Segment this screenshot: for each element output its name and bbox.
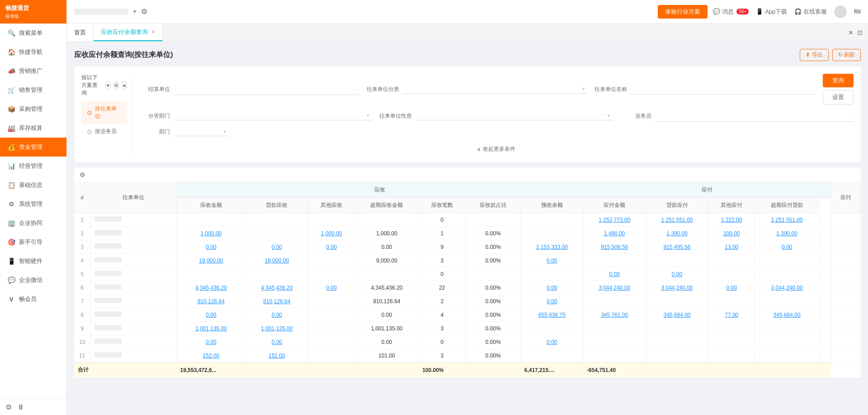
filter-nav-by-staff[interactable]: ⊙ 按业务员 xyxy=(81,124,127,139)
filter-settings-btn[interactable]: 设置 xyxy=(823,90,854,105)
sidebar-item-finance[interactable]: 💰 资金管理 xyxy=(0,138,66,157)
partner-cell xyxy=(90,295,177,308)
filter-partner-nature: 往来单位性质 ▼ xyxy=(379,111,613,120)
header-gear-button[interactable]: ⚙ xyxy=(141,7,147,16)
tab-close-icon[interactable]: ✕ xyxy=(151,29,155,34)
online-service-button[interactable]: 🎧 在线客服 xyxy=(794,8,827,16)
online-service-label: 在线客服 xyxy=(803,8,827,16)
app-name: 畅捷通货 xyxy=(5,4,29,12)
solution-button[interactable]: 体验行业方案 xyxy=(658,5,708,19)
sidebar-item-inventory[interactable]: 🏭 库存核算 xyxy=(0,119,66,138)
sidebar-item-marketing[interactable]: 📣 营销推广 xyxy=(0,62,66,81)
filter-row-2: 分管部门 ▼ 往来单位性质 ▼ xyxy=(138,110,854,122)
partner-cell xyxy=(90,213,177,227)
download-icon: 📱 xyxy=(756,8,763,15)
tab-close-window-button[interactable]: ✕ xyxy=(848,29,854,36)
dept-manage-label: 分管部门 xyxy=(138,112,170,120)
tab-home[interactable]: 首页 xyxy=(67,24,94,41)
sidebar-item-weixin[interactable]: 💬 企业微信 xyxy=(0,271,66,290)
total-ap-col xyxy=(819,363,831,378)
sidebar-label-guide: 新手引导 xyxy=(19,238,42,246)
operation-icon: 📊 xyxy=(7,162,15,170)
col-ar-amount: 应收金额 xyxy=(177,198,246,213)
table-settings-icon[interactable]: ⚙ xyxy=(80,171,85,178)
col-partner: 往来单位 xyxy=(90,182,177,213)
filter-salesperson: 业务员 ··· xyxy=(620,110,854,122)
sidebar-item-enterprise[interactable]: 🏢 企业协同 xyxy=(0,214,66,233)
query-button[interactable]: 查询 xyxy=(823,74,854,87)
weixin-icon: 💬 xyxy=(7,277,15,284)
settlement-unit-dots[interactable]: ... xyxy=(355,85,359,91)
finance-icon: 💰 xyxy=(7,143,15,151)
col-ap-amount: 应付金额 xyxy=(583,198,646,213)
col-ar-ratio: 应收款占比 xyxy=(465,198,520,213)
table-row: 21,000.001,000.001,000.0010.00%1,490.001… xyxy=(74,227,861,240)
sidebar-item-guide[interactable]: 🎯 新手引导 xyxy=(0,233,66,252)
sidebar-item-base-info[interactable]: 📋 基础信息 xyxy=(0,176,66,195)
total-label: 合计 xyxy=(74,363,177,378)
total-ar-ratio xyxy=(465,363,520,378)
total-ap-other xyxy=(708,363,755,378)
dept-manage-select[interactable]: ▼ xyxy=(174,111,372,120)
filter-section: 按以下方案查询 + ⊙ « ⊙ 按往来单位 ⊙ 按业务员 xyxy=(74,67,861,162)
filter-header: 按以下方案查询 + ⊙ « xyxy=(81,74,127,97)
partner-cell xyxy=(90,281,177,295)
settlement-unit-input[interactable] xyxy=(174,83,355,93)
sidebar-item-search-menu[interactable]: 🔍 搜索菜单 xyxy=(0,24,66,43)
total-ap-amount[interactable]: -654,751.40 xyxy=(583,363,646,378)
sidebar-item-purchase[interactable]: 📦 采购管理 xyxy=(0,100,66,119)
filter-settings-button[interactable]: ⊙ xyxy=(113,81,119,90)
total-ar-amount[interactable]: 19,553,472,6... xyxy=(177,363,246,378)
sidebar-item-operation[interactable]: 📊 经营管理 xyxy=(0,157,66,176)
filter-collapse-nav-button[interactable]: « xyxy=(122,81,127,90)
salesperson-input[interactable] xyxy=(655,110,849,120)
total-ar-prepaid[interactable]: 6,417,215.... xyxy=(521,363,583,378)
sidebar-settings-button[interactable]: ⚙ xyxy=(5,403,12,411)
sidebar-label-marketing: 营销推广 xyxy=(19,67,42,75)
tab-ar-ap[interactable]: 应收应付余额查询 ✕ xyxy=(94,24,163,41)
total-ap-credit xyxy=(646,363,708,378)
filter-add-button[interactable]: + xyxy=(105,81,111,90)
refresh-button[interactable]: ↻ 刷新 xyxy=(832,49,861,61)
filter-dept-manage: 分管部门 ▼ xyxy=(138,111,372,120)
filter-nav-by-unit[interactable]: ⊙ 按往来单位 xyxy=(81,101,127,124)
tab-home-label: 首页 xyxy=(74,29,86,37)
collapse-bar: ∧ 收起更多条件 xyxy=(138,142,854,155)
breadcrumb-dropdown-button[interactable]: ▼ xyxy=(132,9,137,15)
messages-button[interactable]: 💬 消息 99+ xyxy=(713,8,749,16)
partner-category-select[interactable]: ▼ xyxy=(403,85,588,94)
table-row: 101,252,773.001,251,551.001,222.001,251,… xyxy=(74,213,861,227)
col-index: # xyxy=(74,182,90,213)
filter-nav-by-staff-label: 按业务员 xyxy=(95,128,117,135)
total-ar-overdue xyxy=(355,363,419,378)
partner-cell xyxy=(90,308,177,322)
user-avatar xyxy=(834,5,847,18)
filter-partner-name: 往来单位名称 xyxy=(594,84,816,95)
filter-fields: 结算单位 ... 往来单位分类 ▼ xyxy=(138,74,854,155)
sidebar-collapse-button[interactable]: ⏸ xyxy=(17,403,24,411)
department-select[interactable]: ▼ xyxy=(174,127,229,136)
sidebar-item-smart-hw[interactable]: 📱 智能硬件 xyxy=(0,252,66,271)
app-download-button[interactable]: 📱 App下载 xyxy=(756,8,787,16)
department-label: 部门 xyxy=(138,128,170,136)
inventory-icon: 🏭 xyxy=(7,124,15,132)
export-icon: ⬆ xyxy=(806,52,810,58)
table-row: 418,000.0018,000.009,000.0030.00%0.00 xyxy=(74,254,861,267)
sidebar-item-system[interactable]: ⚙ 系统管理 xyxy=(0,195,66,214)
partner-cell xyxy=(90,322,177,335)
partner-cell xyxy=(90,267,177,281)
service-icon: 🎧 xyxy=(794,8,802,15)
tab-bar: 首页 应收应付余额查询 ✕ ✕ ⊡ xyxy=(67,24,868,42)
col-ap-credit: 贷款应付 xyxy=(646,198,708,213)
sidebar-item-member[interactable]: V 畅会员 xyxy=(0,290,66,309)
salesperson-dots[interactable]: ··· xyxy=(849,112,854,118)
partner-nature-select[interactable]: ▼ xyxy=(415,111,613,120)
collapse-button[interactable]: ∧ 收起更多条件 xyxy=(470,143,523,155)
sidebar-item-quick-nav[interactable]: 🏠 快捷导航 xyxy=(0,43,66,62)
export-button[interactable]: ⬆ 导出 xyxy=(800,49,828,61)
sidebar-label-search-menu: 搜索菜单 xyxy=(19,29,42,37)
sidebar-label-system: 系统管理 xyxy=(19,200,42,208)
tab-maximize-button[interactable]: ⊡ xyxy=(857,29,863,36)
partner-name-input[interactable] xyxy=(631,84,816,95)
sidebar-item-sales[interactable]: 🛒 销售管理 xyxy=(0,81,66,100)
